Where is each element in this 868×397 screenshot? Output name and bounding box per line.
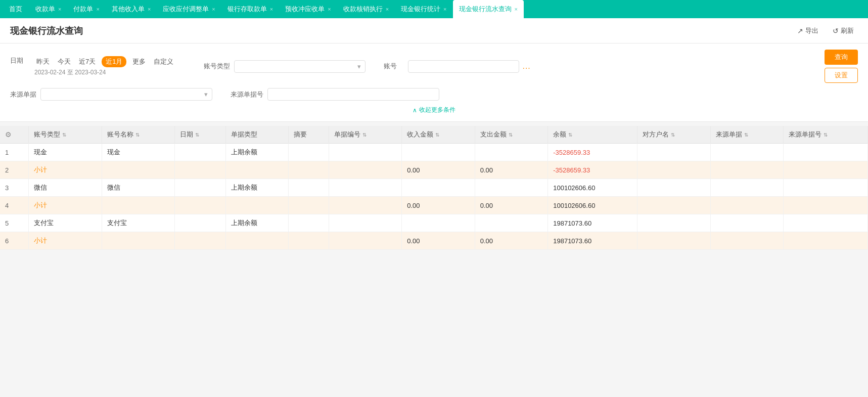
source-doc-num-filter-group: 来源单据号 (231, 88, 439, 101)
cell-summary (288, 197, 329, 214)
cell-source_doc_no (784, 197, 868, 214)
date-shortcut-3[interactable]: 近1月 (102, 56, 126, 67)
cell-doc_no (329, 179, 402, 197)
th-account_name[interactable]: 账号名称⇅ (102, 126, 175, 144)
query-button[interactable]: 查询 (825, 50, 858, 65)
th-counterpart[interactable]: 对方户名⇅ (637, 126, 711, 144)
close-icon[interactable]: × (58, 6, 61, 12)
nav-tab-0[interactable]: 收款单× (29, 0, 67, 18)
settings-gear-icon[interactable]: ⚙ (5, 130, 12, 139)
cell-expense: 0.00 (475, 232, 548, 250)
source-doc-select[interactable]: ▾ (40, 88, 212, 101)
close-icon[interactable]: × (148, 6, 151, 12)
cell-expense (475, 214, 548, 232)
account-type-label: 账号类型 (204, 62, 230, 71)
date-shortcut-4[interactable]: 更多 (130, 56, 148, 67)
refresh-button[interactable]: ↺ 刷新 (829, 24, 858, 37)
account-input-group: ... (408, 60, 530, 73)
cell-doc_no (329, 214, 402, 232)
close-icon[interactable]: × (443, 6, 446, 12)
cell-summary (288, 161, 329, 179)
account-type-select[interactable]: ▾ (234, 60, 366, 73)
cell-balance: -3528659.33 (548, 161, 637, 179)
cell-source_doc_no (784, 161, 868, 179)
table-row: 5支付宝支付宝上期余额19871073.60 (0, 214, 868, 232)
cell-account_name (102, 161, 175, 179)
close-icon[interactable]: × (270, 6, 273, 12)
source-doc-filter-group: 来源单据 ▾ (10, 88, 212, 101)
cell-doc_type: 上期余额 (225, 179, 288, 197)
nav-home[interactable]: 首页 (2, 0, 29, 18)
th-source_doc[interactable]: 来源单据⇅ (710, 126, 784, 144)
cell-income: 0.00 (402, 161, 475, 179)
cell-doc_type: 上期余额 (225, 214, 288, 232)
source-doc-num-input[interactable] (267, 88, 439, 101)
cell-income (402, 214, 475, 232)
top-nav: 首页 收款单×付款单×其他收入单×应收应付调整单×银行存取款单×预收冲应收单×收… (0, 0, 868, 18)
date-shortcut-5[interactable]: 自定义 (152, 56, 175, 67)
cell-doc_no (329, 144, 402, 161)
table-row: 3微信微信上期余额100102606.60 (0, 179, 868, 197)
nav-tab-5[interactable]: 预收冲应收单× (279, 0, 337, 18)
cell-num: 6 (0, 232, 29, 250)
cell-date (175, 232, 225, 250)
cell-expense (475, 179, 548, 197)
nav-tab-7[interactable]: 现金银行统计× (395, 0, 452, 18)
nav-tab-4[interactable]: 银行存取款单× (221, 0, 279, 18)
nav-tab-8[interactable]: 现金银行流水查询× (453, 0, 524, 18)
th-balance[interactable]: 余额⇅ (548, 126, 637, 144)
export-button[interactable]: ↗ 导出 (793, 24, 823, 37)
cell-account_name: 现金 (102, 144, 175, 161)
cell-counterpart (637, 161, 711, 179)
nav-tab-1[interactable]: 付款单× (67, 0, 105, 18)
settings-button[interactable]: 设置 (825, 68, 858, 83)
cell-date (175, 197, 225, 214)
cell-summary (288, 179, 329, 197)
close-icon[interactable]: × (515, 6, 518, 12)
table-row: 1现金现金上期余额-3528659.33 (0, 144, 868, 161)
account-input[interactable] (408, 60, 519, 73)
cell-account_name: 支付宝 (102, 214, 175, 232)
th-income[interactable]: 收入金额⇅ (402, 126, 475, 144)
th-doc_no[interactable]: 单据编号⇅ (329, 126, 402, 144)
close-icon[interactable]: × (386, 6, 389, 12)
sort-icon: ⇅ (824, 132, 828, 138)
cell-date (175, 144, 225, 161)
account-type-filter-group: 账号类型 ▾ (204, 60, 366, 73)
source-doc-arrow-icon: ▾ (204, 91, 208, 98)
header-actions: ↗ 导出 ↺ 刷新 (793, 24, 858, 37)
collapse-bar[interactable]: ∧ 收起更多条件 (10, 103, 858, 115)
cell-source_doc (710, 161, 784, 179)
refresh-label: 刷新 (841, 26, 854, 35)
cell-date (175, 179, 225, 197)
cell-income (402, 179, 475, 197)
th-account_type[interactable]: 账号类型⇅ (29, 126, 102, 144)
cell-source_doc (710, 179, 784, 197)
close-icon[interactable]: × (328, 6, 331, 12)
account-ellipsis-button[interactable]: ... (522, 62, 530, 71)
page-header: 现金银行流水查询 ↗ 导出 ↺ 刷新 (0, 18, 868, 43)
th-date[interactable]: 日期⇅ (175, 126, 225, 144)
nav-tab-3[interactable]: 应收应付调整单× (157, 0, 221, 18)
date-shortcut-2[interactable]: 近7天 (77, 56, 98, 67)
source-doc-label: 来源单据 (10, 90, 36, 99)
nav-tab-6[interactable]: 收款核销执行× (337, 0, 395, 18)
action-buttons: 查询 设置 (825, 50, 858, 83)
refresh-icon: ↺ (833, 27, 839, 35)
export-label: 导出 (805, 26, 818, 35)
date-shortcut-1[interactable]: 今天 (56, 56, 73, 67)
th-source_doc_no[interactable]: 来源单据号⇅ (784, 126, 868, 144)
date-shortcut-0[interactable]: 昨天 (34, 56, 52, 67)
close-icon[interactable]: × (96, 6, 99, 12)
table-body: 1现金现金上期余额-3528659.332小计0.000.00-3528659.… (0, 144, 868, 250)
close-icon[interactable]: × (212, 6, 215, 12)
th-expense[interactable]: 支出金额⇅ (475, 126, 548, 144)
cell-doc_no (329, 197, 402, 214)
cell-doc_no (329, 161, 402, 179)
th-doc_type: 单据类型 (225, 126, 288, 144)
cell-source_doc (710, 197, 784, 214)
cell-num: 5 (0, 214, 29, 232)
nav-tab-2[interactable]: 其他收入单× (106, 0, 157, 18)
table-row: 4小计0.000.00100102606.60 (0, 197, 868, 214)
cell-source_doc (710, 214, 784, 232)
